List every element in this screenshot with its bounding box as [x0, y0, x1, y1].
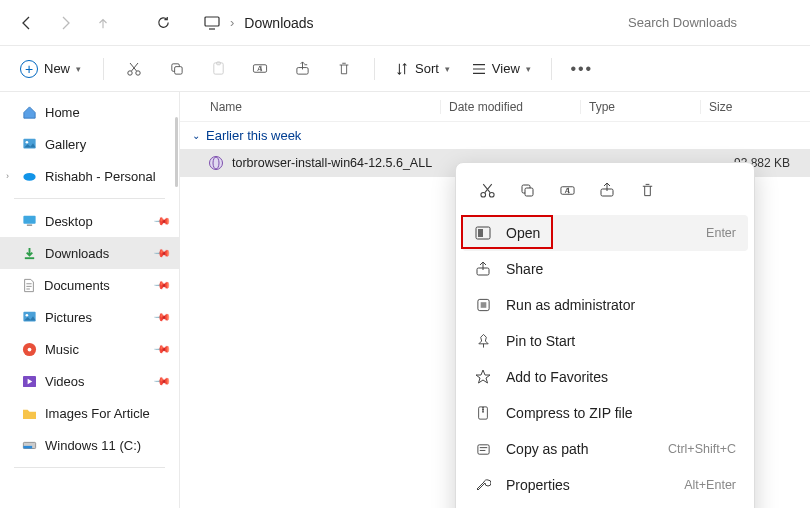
svg-text:A: A: [257, 64, 262, 73]
paste-button[interactable]: [200, 53, 236, 85]
sidebar-item-desktop[interactable]: Desktop 📌: [0, 205, 179, 237]
home-icon: [22, 105, 37, 120]
svg-rect-0: [205, 17, 219, 26]
delete-button[interactable]: [326, 53, 362, 85]
command-bar: + New ▾ A Sort ▾ View ▾ •••: [0, 46, 810, 92]
pin-icon: 📌: [152, 371, 171, 390]
pictures-icon: [22, 310, 37, 324]
breadcrumb-downloads[interactable]: Downloads: [244, 15, 313, 31]
wrench-icon: [474, 476, 492, 494]
ctx-item-copypath[interactable]: Copy as path Ctrl+Shift+C: [462, 431, 748, 467]
copy-path-icon: [474, 440, 492, 458]
up-button[interactable]: [86, 6, 120, 40]
sidebar-item-gallery[interactable]: Gallery: [0, 128, 179, 160]
search-input[interactable]: Search Downloads: [620, 8, 800, 38]
title-bar: › Downloads Search Downloads: [0, 0, 810, 46]
file-name: torbrowser-install-win64-12.5.6_ALL: [232, 156, 432, 170]
ctx-item-runas[interactable]: Run as administrator: [462, 287, 748, 323]
svg-point-25: [489, 192, 494, 197]
gallery-icon: [22, 137, 37, 151]
pin-icon: 📌: [152, 211, 171, 230]
column-date[interactable]: Date modified: [440, 100, 580, 114]
svg-text:A: A: [564, 186, 569, 195]
rename-button[interactable]: A: [242, 53, 278, 85]
pin-icon: 📌: [152, 243, 171, 262]
share-button[interactable]: [284, 53, 320, 85]
ctx-item-properties[interactable]: Properties Alt+Enter: [462, 467, 748, 503]
separator: [374, 58, 375, 80]
svg-rect-14: [27, 225, 32, 226]
separator: [103, 58, 104, 80]
svg-rect-32: [478, 229, 483, 237]
chevron-right-icon[interactable]: ›: [6, 171, 9, 181]
ctx-item-favorites[interactable]: Add to Favorites: [462, 359, 748, 395]
back-button[interactable]: [10, 6, 44, 40]
cut-button[interactable]: [116, 53, 152, 85]
sidebar-item-home[interactable]: Home: [0, 96, 179, 128]
new-button[interactable]: + New ▾: [10, 54, 91, 84]
chevron-down-icon: ▾: [526, 64, 531, 74]
column-type[interactable]: Type: [580, 100, 700, 114]
copy-button[interactable]: [158, 53, 194, 85]
svg-point-11: [26, 141, 29, 144]
separator: [14, 198, 165, 199]
column-name[interactable]: Name: [180, 100, 440, 114]
svg-point-12: [23, 173, 35, 181]
separator: [14, 467, 165, 468]
desktop-icon: [22, 214, 37, 228]
view-button[interactable]: View ▾: [464, 53, 539, 85]
navigation-pane: Home Gallery › Rishabh - Personal Deskto…: [0, 92, 180, 508]
sidebar-item-personal[interactable]: › Rishabh - Personal: [0, 160, 179, 192]
zip-icon: [474, 404, 492, 422]
plus-icon: +: [20, 60, 38, 78]
forward-button[interactable]: [48, 6, 82, 40]
column-headers: Name Date modified Type Size: [180, 92, 810, 122]
videos-icon: [22, 375, 37, 388]
ctx-item-share[interactable]: Share: [462, 251, 748, 287]
more-button[interactable]: •••: [564, 53, 600, 85]
sidebar-item-videos[interactable]: Videos 📌: [0, 365, 179, 397]
address-bar[interactable]: › Downloads: [204, 15, 314, 31]
svg-point-24: [480, 192, 485, 197]
ctx-copy-button[interactable]: [510, 175, 544, 205]
svg-rect-21: [23, 446, 32, 449]
scrollbar[interactable]: [175, 117, 178, 187]
music-icon: [22, 342, 37, 357]
svg-rect-27: [525, 188, 533, 196]
sort-icon: [395, 62, 409, 76]
refresh-button[interactable]: [146, 6, 180, 40]
drive-icon: [22, 438, 37, 452]
pin-icon: 📌: [152, 275, 171, 294]
chevron-down-icon: ▾: [445, 64, 450, 74]
ctx-cut-button[interactable]: [470, 175, 504, 205]
ctx-item-pin[interactable]: Pin to Start: [462, 323, 748, 359]
sidebar-item-images-article[interactable]: Images For Article: [0, 397, 179, 429]
onedrive-icon: [22, 169, 37, 183]
sidebar-item-downloads[interactable]: Downloads 📌: [0, 237, 179, 269]
sidebar-item-music[interactable]: Music 📌: [0, 333, 179, 365]
downloads-icon: [22, 246, 37, 261]
svg-rect-37: [477, 444, 488, 453]
open-icon: [474, 224, 492, 242]
svg-point-16: [26, 314, 29, 317]
tor-installer-icon: [208, 155, 224, 171]
sidebar-item-windows-c[interactable]: Windows 11 (C:): [0, 429, 179, 461]
sort-button[interactable]: Sort ▾: [387, 53, 458, 85]
pin-icon: 📌: [152, 339, 171, 358]
separator: [551, 58, 552, 80]
ctx-item-compress[interactable]: Compress to ZIP file: [462, 395, 748, 431]
folder-icon: [22, 407, 37, 420]
ctx-item-open[interactable]: Open Enter: [462, 215, 748, 251]
ctx-rename-button[interactable]: A: [550, 175, 584, 205]
svg-rect-13: [23, 216, 35, 224]
ctx-share-button[interactable]: [590, 175, 624, 205]
sidebar-item-pictures[interactable]: Pictures 📌: [0, 301, 179, 333]
context-quick-actions: A: [462, 171, 748, 215]
svg-point-2: [136, 70, 140, 74]
sidebar-item-documents[interactable]: Documents 📌: [0, 269, 179, 301]
ctx-delete-button[interactable]: [630, 175, 664, 205]
column-size[interactable]: Size: [700, 100, 810, 114]
context-menu: A Open Enter Share Run as administrator …: [455, 162, 755, 508]
group-header[interactable]: ⌄ Earlier this week: [180, 122, 810, 149]
svg-point-22: [210, 157, 223, 170]
